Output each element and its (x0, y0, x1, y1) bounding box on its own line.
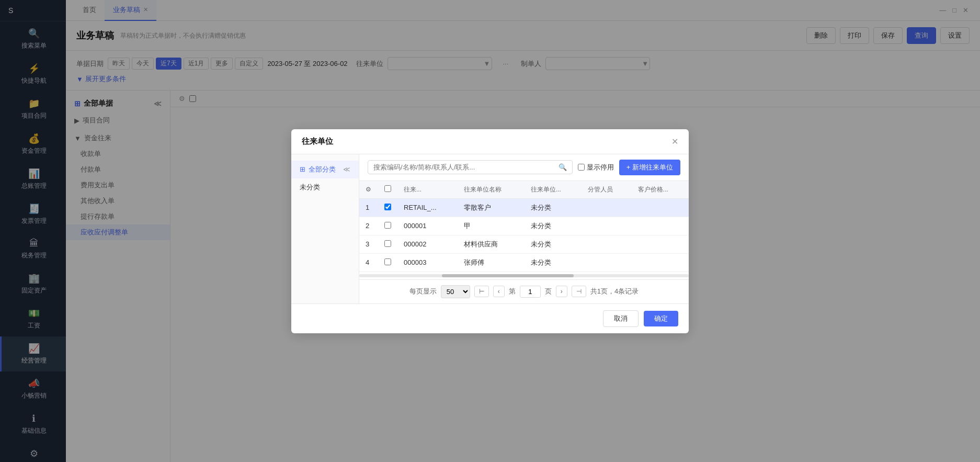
total-text: 共1页，4条记录 (590, 287, 639, 296)
modal-sidebar-all[interactable]: ⊞ 全部分类 ≪ (291, 161, 359, 178)
modal-main: 🔍 显示停用 + 新增往来单位 ⚙ (359, 154, 689, 303)
show-disabled-checkbox-label[interactable]: 显示停用 (578, 163, 614, 172)
table-row[interactable]: 2 000001 甲 未分类 (359, 217, 689, 235)
row-code: 000002 (397, 235, 458, 253)
modal-sidebar-all-label: 全部分类 (309, 165, 336, 174)
row-code: 000003 (397, 253, 458, 272)
page-first-btn[interactable]: ⊢ (474, 286, 489, 297)
col-checkbox[interactable] (378, 181, 397, 199)
per-page-label: 每页显示 (409, 287, 437, 296)
table-row[interactable]: 4 000003 张师傅 未分类 (359, 253, 689, 272)
confirm-button[interactable]: 确定 (644, 311, 678, 326)
row-price (632, 217, 689, 235)
per-page-select[interactable]: 50 20 100 (441, 285, 470, 298)
row-settings: 2 (359, 217, 378, 235)
page-prev-btn[interactable]: ‹ (493, 286, 505, 297)
modal-title: 往来单位 (302, 137, 333, 147)
row-manager (582, 217, 632, 235)
table-row[interactable]: 3 000002 材料供应商 未分类 (359, 235, 689, 253)
modal-table: ⚙ 往来... 往来单位名称 往来单位... 分管人员 客户价格... (359, 181, 689, 279)
select-all-modal[interactable] (384, 185, 391, 192)
modal-toolbar: 🔍 显示停用 + 新增往来单位 (359, 154, 689, 181)
table-row[interactable]: 1 RETAIL_... 零散客户 未分类 (359, 198, 689, 217)
row-manager (582, 235, 632, 253)
row-checkbox[interactable] (378, 217, 397, 235)
page-number-input[interactable] (520, 286, 541, 298)
table-head: ⚙ 往来... 往来单位名称 往来单位... 分管人员 客户价格... (359, 181, 689, 199)
modal-body: ⊞ 全部分类 ≪ 未分类 🔍 显示停用 (291, 154, 689, 303)
table-head-row: ⚙ 往来... 往来单位名称 往来单位... 分管人员 客户价格... (359, 181, 689, 199)
row-price (632, 235, 689, 253)
row-checkbox[interactable] (378, 235, 397, 253)
modal-footer: 取消 确定 (291, 303, 689, 333)
row-settings: 3 (359, 235, 378, 253)
row-code: 000001 (397, 217, 458, 235)
modal-sidebar-unclassified-label: 未分类 (300, 183, 320, 192)
col-price: 客户价格... (632, 181, 689, 199)
modal-sidebar-unclassified[interactable]: 未分类 (291, 178, 359, 196)
page-label: 第 (509, 287, 516, 296)
col-category: 往来单位... (525, 181, 582, 199)
row-code: RETAIL_... (397, 198, 458, 217)
row-settings: 4 (359, 253, 378, 272)
page-suffix: 页 (545, 287, 552, 296)
row-category: 未分类 (525, 198, 582, 217)
row-category: 未分类 (525, 235, 582, 253)
cancel-button[interactable]: 取消 (603, 310, 639, 327)
row-checkbox[interactable] (378, 198, 397, 217)
modal-search-icon: 🔍 (559, 163, 567, 171)
modal-dialog: 往来单位 ✕ ⊞ 全部分类 ≪ 未分类 (291, 129, 689, 333)
modal-header: 往来单位 ✕ (291, 129, 689, 154)
col-settings[interactable]: ⚙ (359, 181, 378, 199)
row-price (632, 198, 689, 217)
modal-overlay[interactable]: 往来单位 ✕ ⊞ 全部分类 ≪ 未分类 (0, 0, 980, 462)
add-partner-button[interactable]: + 新增往来单位 (619, 160, 680, 175)
modal-search-box[interactable]: 🔍 (368, 160, 573, 174)
col-manager: 分管人员 (582, 181, 632, 199)
row-category: 未分类 (525, 253, 582, 272)
show-disabled-label: 显示停用 (587, 163, 614, 172)
scrollbar-thumb (442, 274, 574, 277)
row-price (632, 253, 689, 272)
modal-sidebar-collapse-icon[interactable]: ≪ (343, 165, 350, 173)
grid-small-icon: ⊞ (300, 165, 305, 173)
row-name: 甲 (458, 217, 525, 235)
modal-search-input[interactable] (373, 163, 555, 171)
partners-table: ⚙ 往来... 往来单位名称 往来单位... 分管人员 客户价格... (359, 181, 689, 272)
table-scrollbar[interactable] (359, 274, 689, 277)
col-code: 往来... (397, 181, 458, 199)
row-settings: 1 (359, 198, 378, 217)
modal-sidebar: ⊞ 全部分类 ≪ 未分类 (291, 154, 359, 303)
page-next-btn[interactable]: › (556, 286, 567, 297)
row-category: 未分类 (525, 217, 582, 235)
row-manager (582, 253, 632, 272)
modal-pagination: 每页显示 50 20 100 ⊢ ‹ 第 页 › ⊣ 共1页，4条记录 (359, 279, 689, 303)
row-name: 零散客户 (458, 198, 525, 217)
modal-close-icon[interactable]: ✕ (671, 137, 678, 147)
row-name: 材料供应商 (458, 235, 525, 253)
page-last-btn[interactable]: ⊣ (572, 286, 586, 297)
row-manager (582, 198, 632, 217)
row-name: 张师傅 (458, 253, 525, 272)
table-body: 1 RETAIL_... 零散客户 未分类 2 (359, 198, 689, 272)
col-name: 往来单位名称 (458, 181, 525, 199)
show-disabled-checkbox[interactable] (578, 164, 585, 171)
row-checkbox[interactable] (378, 253, 397, 272)
